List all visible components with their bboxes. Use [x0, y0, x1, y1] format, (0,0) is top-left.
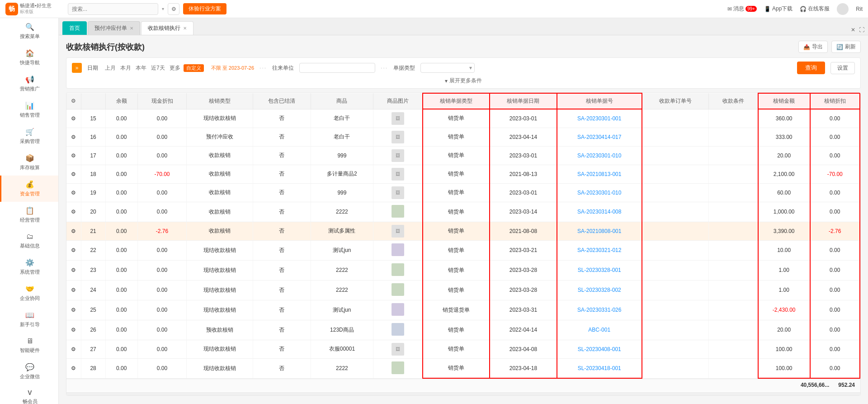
td-verify-date: 2022-04-14 [490, 320, 557, 340]
maximize-icon[interactable]: ⛶ [859, 27, 864, 33]
td-goods-img: 🖼 [373, 165, 423, 183]
td-receipt-cond [708, 280, 758, 300]
date-more[interactable]: 更多 [168, 64, 182, 72]
partner-input[interactable] [299, 63, 375, 73]
th-verify-no: 核销单据号 [557, 93, 642, 109]
table-footer: 40,556,66... 952.24 [66, 379, 860, 391]
verify-no-link[interactable]: SL-20230408-001 [578, 346, 621, 352]
td-verify-no[interactable]: SL-20230328-002 [557, 280, 642, 300]
tab-advance[interactable]: 预付冲应付单 ✕ [88, 21, 140, 35]
sidebar-item-purchase[interactable]: 🛒 采购管理 [0, 123, 58, 149]
sidebar-item-guide[interactable]: 📖 新手引导 [0, 306, 58, 333]
verify-no-link[interactable]: SA-20230301-001 [577, 115, 621, 122]
refresh-button[interactable]: 🔄 刷新 [831, 41, 861, 53]
tab-collection[interactable]: 收款核销执行 ✕ [141, 21, 193, 35]
horizontal-scrollbar[interactable] [66, 392, 860, 395]
app-download-button[interactable]: 📱 App下载 [764, 5, 793, 13]
sidebar-item-basic[interactable]: 🗂 基础信息 [0, 228, 58, 254]
td-verify-no[interactable]: ABC-001 [557, 320, 642, 340]
date-this-month[interactable]: 本月 [119, 64, 132, 72]
td-verify-no[interactable]: SL-20230408-001 [557, 340, 642, 358]
verify-no-link[interactable]: SL-20230328-002 [578, 287, 621, 293]
tab-collection-close-icon[interactable]: ✕ [183, 26, 187, 31]
td-gear[interactable]: ⚙ [66, 280, 81, 300]
td-gear[interactable]: ⚙ [66, 109, 81, 128]
td-gear[interactable]: ⚙ [66, 260, 81, 280]
td-verify-no[interactable]: SA-20230301-001 [557, 109, 642, 128]
verify-no-link[interactable]: SA-20230321-012 [577, 247, 621, 253]
verify-no-link[interactable]: SA-20210813-001 [577, 171, 621, 177]
td-balance: 0.00 [105, 165, 137, 183]
td-verify-discount: 0.00 [810, 128, 860, 146]
verify-no-link[interactable]: SL-20230328-001 [578, 267, 621, 273]
solution-button[interactable]: 休验行业方案 [183, 3, 226, 14]
date-this-year[interactable]: 本年 [134, 64, 148, 72]
td-discount: 0.00 [137, 240, 187, 260]
th-gear[interactable]: ⚙ [66, 93, 81, 109]
search-input[interactable] [68, 3, 158, 15]
td-verify-no[interactable]: SL-20230328-001 [557, 260, 642, 280]
td-verify-no[interactable]: SA-20210813-001 [557, 165, 642, 183]
expand-more-button[interactable]: ▾ 展开更多条件 [445, 77, 482, 85]
export-button[interactable]: 📤 导出 [798, 41, 828, 53]
td-gear[interactable]: ⚙ [66, 340, 81, 358]
tab-home[interactable]: 首页 [62, 21, 87, 35]
td-gear[interactable]: ⚙ [66, 240, 81, 260]
avatar[interactable] [837, 3, 849, 15]
th-receipt-order-no: 收款单订单号 [642, 93, 708, 109]
sidebar-item-search[interactable]: 🔍 搜索菜单 [0, 18, 58, 44]
td-verify-discount: 0.00 [810, 146, 860, 165]
message-button[interactable]: ✉ 消息 99+ [727, 5, 757, 13]
sidebar-item-sales[interactable]: 📊 销售管理 [0, 97, 58, 123]
sidebar-item-shortcuts[interactable]: 🏠 快捷导航 [0, 44, 58, 71]
service-button[interactable]: 🎧 在线客服 [800, 5, 830, 13]
sidebar-item-finance[interactable]: 💰 资金管理 [0, 176, 58, 202]
td-gear[interactable]: ⚙ [66, 300, 81, 320]
td-verify-no[interactable]: SA-20210808-001 [557, 222, 642, 240]
product-image [392, 205, 404, 218]
filter-expand-button[interactable]: » [72, 63, 82, 73]
td-gear[interactable]: ⚙ [66, 146, 81, 165]
verify-no-link[interactable]: SA-20230301-010 [577, 152, 621, 159]
tab-advance-close-icon[interactable]: ✕ [130, 26, 133, 31]
verify-no-link[interactable]: SA-20210808-001 [577, 228, 621, 234]
td-verify-no[interactable]: SL-20230418-001 [557, 358, 642, 378]
close-window-icon[interactable]: ✕ [851, 27, 855, 33]
verify-no-link[interactable]: SA-20230301-010 [577, 190, 621, 196]
th-balance: 余额 [105, 93, 137, 109]
settings-gear-icon[interactable]: ⚙ [168, 3, 179, 15]
td-gear[interactable]: ⚙ [66, 358, 81, 378]
verify-no-link[interactable]: ABC-001 [588, 327, 610, 333]
td-gear[interactable]: ⚙ [66, 165, 81, 183]
verify-no-link[interactable]: SA-20230414-017 [577, 134, 621, 140]
date-7days[interactable]: 近7天 [150, 64, 166, 72]
td-gear[interactable]: ⚙ [66, 222, 81, 240]
td-verify-no[interactable]: SA-20230301-010 [557, 146, 642, 165]
setting-button[interactable]: 设置 [830, 62, 855, 74]
td-gear[interactable]: ⚙ [66, 128, 81, 146]
date-custom-button[interactable]: 自定义 [184, 64, 204, 72]
td-verify-no[interactable]: SA-20230331-026 [557, 300, 642, 320]
sidebar-item-inventory[interactable]: 📦 库存核算 [0, 149, 58, 176]
td-gear[interactable]: ⚙ [66, 183, 81, 202]
td-verify-no[interactable]: SA-20230414-017 [557, 128, 642, 146]
sidebar-item-operations[interactable]: 📋 经营管理 [0, 202, 58, 228]
date-last-month[interactable]: 上月 [104, 64, 117, 72]
td-verify-no[interactable]: SA-20230301-010 [557, 183, 642, 202]
sidebar-item-system[interactable]: ⚙️ 系统管理 [0, 254, 58, 280]
sidebar-item-member[interactable]: V 畅会员 [0, 385, 58, 404]
verify-no-link[interactable]: SA-20230331-026 [577, 307, 621, 313]
td-verify-no[interactable]: SA-20230321-012 [557, 240, 642, 260]
td-settled: 否 [253, 146, 311, 165]
search-button[interactable]: 查询 [797, 62, 825, 74]
td-gear[interactable]: ⚙ [66, 202, 81, 222]
sidebar-item-wechat[interactable]: 💬 企业微信 [0, 358, 58, 385]
sidebar-item-enterprise[interactable]: 🤝 企业协同 [0, 280, 58, 306]
td-verify-no[interactable]: SA-20230314-008 [557, 202, 642, 222]
doc-type-select[interactable] [420, 63, 475, 73]
verify-no-link[interactable]: SA-20230314-008 [577, 209, 621, 215]
verify-no-link[interactable]: SL-20230418-001 [578, 365, 621, 371]
sidebar-item-marketing[interactable]: 📢 营销推广 [0, 71, 58, 97]
td-gear[interactable]: ⚙ [66, 320, 81, 340]
sidebar-item-hardware[interactable]: 🖥 智能硬件 [0, 333, 58, 358]
